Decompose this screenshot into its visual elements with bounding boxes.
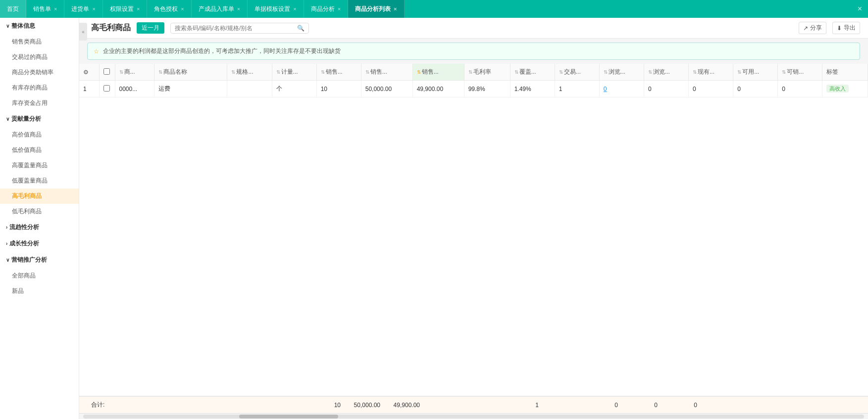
nav-template-settings[interactable]: 单据模板设置 × (248, 0, 304, 18)
sidebar-item-low-value[interactable]: 低价值商品 (0, 142, 79, 158)
sidebar-item-low-coverage[interactable]: 低覆盖量商品 (0, 173, 79, 188)
cell-unit: 个 (272, 81, 316, 97)
table-header-row: ⚙ ⇅商... ⇅商品名称 ⇅规格... ⇅计量... ⇅销售... ⇅销售..… (79, 64, 868, 81)
arrow-growth: › (6, 241, 7, 246)
cell-available: 0 (733, 81, 778, 97)
sidebar-group-growth[interactable]: › 成长性分析 (0, 235, 79, 252)
close-sales-order[interactable]: × (54, 6, 57, 12)
col-sales2[interactable]: ⇅销售... (361, 64, 412, 81)
total-col8: 49,900.00 (384, 402, 424, 409)
sidebar-group-overall[interactable]: ∨ 整体信息 (0, 18, 79, 34)
col-settings[interactable]: ⚙ (79, 64, 99, 81)
search-input[interactable] (175, 25, 295, 32)
export-btn[interactable]: ⬇ 导出 (832, 22, 860, 34)
sidebar-item-low-margin[interactable]: 低毛利商品 (0, 204, 79, 219)
total-spacer4 (424, 402, 463, 409)
sidebar-item-stock-capital[interactable]: 库存资金占用 (0, 95, 79, 111)
col-transaction[interactable]: ⇅交易... (555, 64, 599, 81)
close-role-auth[interactable]: × (181, 6, 184, 12)
col-sellable[interactable]: ⇅可销... (778, 64, 822, 81)
tag-badge: 高收入 (826, 85, 849, 93)
search-box: 🔍 (170, 23, 309, 34)
col-sales1[interactable]: ⇅销售... (316, 64, 361, 81)
cell-transaction: 1 (555, 81, 599, 97)
col-checkbox[interactable] (99, 64, 115, 81)
close-purchase-order[interactable]: × (92, 6, 95, 12)
close-product-analysis[interactable]: × (338, 6, 341, 12)
sidebar-group-trend[interactable]: › 流趋性分析 (0, 219, 79, 235)
close-permission-settings[interactable]: × (137, 6, 140, 12)
col-tag[interactable]: 标签 (822, 64, 868, 81)
cell-sellable: 0 (778, 81, 822, 97)
sidebar-item-in-stock[interactable]: 有库存的商品 (0, 80, 79, 95)
nav-permission-settings[interactable]: 权限设置 × (103, 0, 147, 18)
cell-spec (227, 81, 272, 97)
sidebar-item-high-value[interactable]: 高价值商品 (0, 127, 79, 142)
nav-role-auth[interactable]: 角色授权 × (147, 0, 191, 18)
cell-checkbox[interactable] (99, 81, 115, 97)
cell-current: 0 (689, 81, 733, 97)
browse1-link[interactable]: 0 (604, 86, 607, 93)
col-browse2[interactable]: ⇅浏览... (644, 64, 688, 81)
nav-purchase-order[interactable]: 进货单 × (64, 0, 102, 18)
sidebar-collapse-btn[interactable]: « (79, 23, 87, 41)
nav-home[interactable]: 首页 (0, 0, 26, 18)
nav-sales-order[interactable]: 销售单 × (26, 0, 64, 18)
sidebar-group-marketing[interactable]: ∨ 营销推广分析 (0, 252, 79, 268)
footer-total: 合计: 10 50,000.00 49,900.00 1 0 0 0 (79, 396, 868, 413)
cell-gross-rate: 99.8% (464, 81, 510, 97)
nav-finished-goods[interactable]: 产成品入库单 × (192, 0, 248, 18)
col-browse1[interactable]: ⇅浏览... (599, 64, 644, 81)
page-title: 高毛利商品 (91, 23, 131, 33)
col-sales3[interactable]: ⇅销售... (412, 64, 464, 81)
col-available[interactable]: ⇅可用... (733, 64, 778, 81)
sidebar-item-sales-goods[interactable]: 销售类商品 (0, 34, 79, 49)
col-name[interactable]: ⇅商品名称 (154, 64, 227, 81)
cell-sales2: 50,000.00 (361, 81, 412, 97)
sidebar-item-category-rate[interactable]: 商品分类助销率 (0, 65, 79, 80)
col-coverage[interactable]: ⇅覆盖... (510, 64, 555, 81)
sidebar-group-contribution[interactable]: ∨ 贡献量分析 (0, 111, 79, 127)
total-spacer1 (186, 402, 226, 409)
share-icon: ↗ (803, 25, 808, 32)
arrow-contribution: ∨ (6, 116, 9, 122)
close-all-tabs[interactable]: × (852, 4, 868, 13)
select-all-checkbox[interactable] (103, 68, 110, 75)
cell-browse1[interactable]: 0 (599, 81, 644, 97)
share-btn[interactable]: ↗ 分享 (799, 22, 826, 34)
sidebar-item-high-coverage[interactable]: 高覆盖量商品 (0, 158, 79, 173)
col-gross-rate[interactable]: ⇅毛利率 (464, 64, 510, 81)
close-product-analysis-list[interactable]: × (394, 6, 397, 12)
horizontal-scrollbar[interactable] (79, 413, 868, 419)
cell-index: 1 (79, 81, 99, 97)
cell-browse2: 0 (644, 81, 688, 97)
sidebar-item-all-goods[interactable]: 全部商品 (0, 268, 79, 283)
table-container[interactable]: ⚙ ⇅商... ⇅商品名称 ⇅规格... ⇅计量... ⇅销售... ⇅销售..… (79, 64, 868, 396)
total-browse2: 0 (582, 402, 622, 409)
close-template-settings[interactable]: × (293, 6, 296, 12)
scroll-thumb[interactable] (239, 415, 338, 419)
info-text: 企业的主要的利润都是这部分商品创造的，可考虑加大推广，同时关注库存是不要出现缺货 (103, 47, 341, 55)
col-unit[interactable]: ⇅计量... (272, 64, 316, 81)
cell-coverage: 1.49% (510, 81, 555, 97)
info-icon: ☆ (94, 48, 99, 55)
nav-product-analysis[interactable]: 商品分析 × (304, 0, 348, 18)
col-spec[interactable]: ⇅规格... (227, 64, 272, 81)
total-spacer3 (265, 402, 305, 409)
total-current: 0 (622, 402, 662, 409)
nav-product-analysis-list[interactable]: 商品分析列表 × (348, 0, 404, 18)
scroll-track[interactable] (83, 415, 864, 419)
content-header: 高毛利商品 近一月 🔍 ↗ 分享 ⬇ 导出 (79, 18, 868, 39)
col-code[interactable]: ⇅商... (115, 64, 154, 81)
sidebar-item-high-margin[interactable]: 高毛利商品 (0, 188, 79, 204)
col-current[interactable]: ⇅现有... (689, 64, 733, 81)
sidebar-item-new-goods[interactable]: 新品 (0, 283, 79, 299)
filter-recent-month-btn[interactable]: 近一月 (137, 22, 164, 34)
data-table: ⚙ ⇅商... ⇅商品名称 ⇅规格... ⇅计量... ⇅销售... ⇅销售..… (79, 64, 868, 97)
search-icon[interactable]: 🔍 (297, 25, 305, 32)
arrow-trend: › (6, 225, 7, 230)
row-checkbox[interactable] (103, 85, 110, 92)
close-finished-goods[interactable]: × (237, 6, 240, 12)
total-cells: 10 50,000.00 49,900.00 1 0 0 0 (186, 402, 860, 409)
sidebar-item-traded-goods[interactable]: 交易过的商品 (0, 49, 79, 65)
